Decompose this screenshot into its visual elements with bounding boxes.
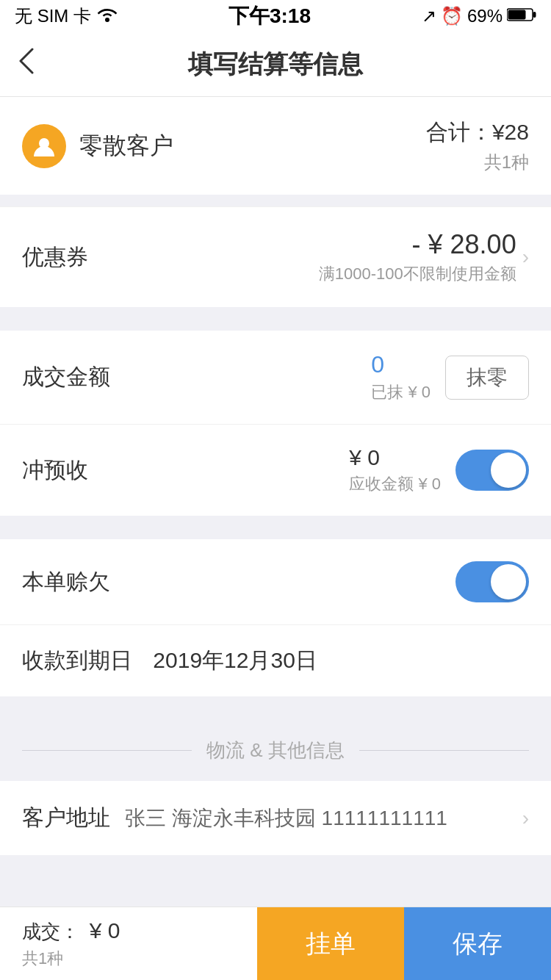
prepay-right: ¥ 0 应收金额 ¥ 0: [349, 445, 529, 495]
status-time: 下午3:18: [228, 2, 311, 30]
round-zero-button[interactable]: 抹零: [445, 356, 529, 400]
pending-button[interactable]: 挂单: [257, 907, 404, 980]
status-left: 无 SIM 卡: [15, 4, 118, 28]
battery-text: 69%: [467, 6, 503, 26]
deal-row: 成交金额 0 已抹 ¥ 0 抹零: [0, 331, 551, 425]
address-value: 张三 海淀永丰科技园 11111111111: [125, 804, 522, 832]
wifi-icon: [97, 6, 118, 26]
separator-2: [0, 527, 551, 539]
deal-right: 0 已抹 ¥ 0 抹零: [371, 351, 529, 403]
prepay-label: 冲预收: [22, 455, 88, 486]
prepay-row: 冲预收 ¥ 0 应收金额 ¥ 0: [0, 425, 551, 516]
coupon-amount: - ¥ 28.00: [319, 229, 516, 260]
due-date-label: 收款到期日: [22, 648, 132, 672]
customer-name: 零散客户: [79, 130, 173, 162]
logistics-divider: 物流 & 其他信息: [0, 720, 551, 781]
customer-avatar: [22, 124, 66, 168]
deal-label: 成交金额: [22, 362, 110, 392]
nav-bar: 填写结算等信息: [0, 32, 551, 97]
customer-row: 零散客户 合计：¥28 共1种: [0, 97, 551, 195]
credit-toggle[interactable]: [455, 561, 529, 602]
coupon-label: 优惠券: [22, 242, 88, 273]
prepay-value-col: ¥ 0 应收金额 ¥ 0: [349, 445, 441, 495]
deal-value: 0: [371, 351, 431, 378]
coupon-desc: 满1000-100不限制使用金额: [319, 263, 516, 285]
logistics-text: 物流 & 其他信息: [206, 738, 345, 763]
bottom-info: 成交： ¥ 0 共1种: [0, 907, 257, 980]
due-date-value: 2019年12月30日: [153, 648, 317, 672]
customer-right: 合计：¥28 共1种: [426, 118, 529, 174]
deal-sub: 已抹 ¥ 0: [371, 381, 431, 403]
alarm-icon: ⏰: [441, 6, 463, 26]
credit-toggle-knob: [491, 564, 526, 599]
separator-1: [0, 319, 551, 331]
due-date-row: 收款到期日 2019年12月30日: [0, 624, 551, 696]
status-right: ↗ ⏰ 69%: [422, 6, 536, 26]
address-chevron-icon: ›: [522, 807, 529, 830]
deal-value-col: 0 已抹 ¥ 0: [371, 351, 431, 403]
bottom-deal-label: 成交：: [22, 920, 79, 943]
save-button[interactable]: 保存: [404, 907, 551, 980]
battery-icon: [507, 6, 536, 26]
separator-3: [0, 708, 551, 720]
location-icon: ↗: [422, 6, 436, 26]
no-sim-text: 无 SIM 卡: [15, 4, 91, 28]
credit-section: 本单赊欠 收款到期日 2019年12月30日: [0, 539, 551, 696]
back-button[interactable]: [18, 48, 34, 81]
status-bar: 无 SIM 卡 下午3:18 ↗ ⏰ 69%: [0, 0, 551, 32]
chevron-right-icon: ›: [522, 245, 529, 269]
address-label: 客户地址: [22, 803, 110, 833]
customer-left: 零散客户: [22, 124, 173, 168]
bottom-deal-row: 成交： ¥ 0: [22, 918, 235, 945]
deal-section: 成交金额 0 已抹 ¥ 0 抹零 冲预收 ¥ 0 应收金额 ¥ 0: [0, 331, 551, 516]
bottom-bar: 成交： ¥ 0 共1种 挂单 保存: [0, 907, 551, 980]
page-title: 填写结算等信息: [188, 48, 363, 82]
deal-label-col: 成交金额: [22, 362, 110, 392]
bottom-deal-amount: ¥ 0: [90, 918, 120, 943]
coupon-section[interactable]: 优惠券 - ¥ 28.00 满1000-100不限制使用金额 ›: [0, 206, 551, 307]
svg-rect-1: [533, 12, 536, 18]
prepay-sub: 应收金额 ¥ 0: [349, 473, 441, 495]
credit-label: 本单赊欠: [22, 567, 110, 597]
address-section[interactable]: 客户地址 张三 海淀永丰科技园 11111111111 ›: [0, 781, 551, 855]
customer-section: 零散客户 合计：¥28 共1种: [0, 97, 551, 195]
logistics-line-left: [22, 750, 192, 751]
customer-total: 合计：¥28: [426, 118, 529, 148]
svg-rect-2: [508, 10, 525, 20]
coupon-right-col: - ¥ 28.00 满1000-100不限制使用金额: [319, 229, 516, 285]
logistics-line-right: [359, 750, 529, 751]
prepay-value: ¥ 0: [349, 445, 441, 470]
credit-row: 本单赊欠: [0, 539, 551, 624]
bottom-count: 共1种: [22, 948, 235, 970]
address-row[interactable]: 客户地址 张三 海淀永丰科技园 11111111111 ›: [0, 781, 551, 855]
customer-count: 共1种: [426, 151, 529, 174]
prepay-toggle[interactable]: [455, 450, 529, 491]
toggle-knob: [491, 453, 526, 488]
coupon-row[interactable]: 优惠券 - ¥ 28.00 满1000-100不限制使用金额 ›: [0, 206, 551, 307]
